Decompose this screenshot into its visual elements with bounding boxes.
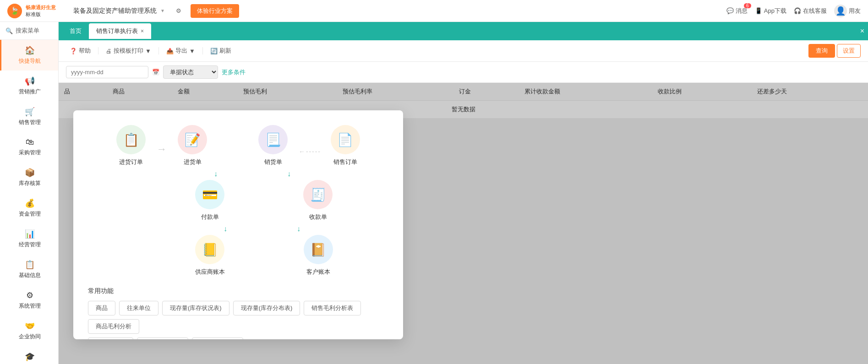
sidebar-item-label: 库存核算 [19, 179, 41, 187]
main-content: 品 商品 金额 预估毛利 预估毛利率 订金 累计收款金额 收款比例 还差多少天 [59, 83, 868, 364]
func-btn-stock-status[interactable]: 现存量(库存状况表) [162, 301, 229, 315]
content-area: 首页 销售订单执行表 × × ❓ 帮助 🖨 按模板打印 ▼ [59, 22, 868, 364]
func-buttons-row2: 销售排行榜 收款情况统计 付款情况统计 [88, 337, 388, 339]
date-input[interactable] [66, 66, 148, 78]
message-button[interactable]: 💬 消息 6 [726, 7, 748, 15]
flow-middle-row: 💳 付款单 🧾 收款单 [88, 180, 388, 221]
common-functions: 常用功能 商品 往来单位 现存量(库存状况表) 现存量(库存分布表) 销售毛利分… [88, 287, 388, 339]
tab-bar-close-icon[interactable]: × [860, 27, 864, 35]
arrow-down-sales: ↓ [274, 170, 304, 178]
tab-bar: 首页 销售订单执行表 × × [59, 22, 868, 40]
arrow-down-receipt: ↓ [284, 225, 313, 233]
tab-active-label: 销售订单执行表 [96, 27, 138, 35]
sidebar-item-marketing[interactable]: 📢 营销推广 [0, 71, 58, 101]
func-buttons: 商品 往来单位 现存量(库存状况表) 现存量(库存分布表) 销售毛利分析表 商品… [88, 301, 388, 334]
app-wrapper: 🍃 畅康通好生意 标准版 装备及固定资产辅助管理系统 ▼ ⚙ 体验行业方案 💬 … [0, 0, 868, 364]
func-btn-sales-rank[interactable]: 销售排行榜 [88, 337, 133, 339]
sidebar-item-label: 基础信息 [19, 272, 41, 279]
online-service-button[interactable]: 🎧 在线客服 [794, 7, 827, 15]
export-icon: 📤 [166, 48, 174, 54]
flow-circle-sales-order: 📄 [331, 125, 360, 154]
settings-icon[interactable]: ⚙ [172, 5, 185, 17]
top-bar: 🍃 畅康通好生意 标准版 装备及固定资产辅助管理系统 ▼ ⚙ 体验行业方案 💬 … [0, 0, 868, 22]
sidebar-item-system[interactable]: ⚙ 系统管理 [0, 285, 58, 315]
sidebar-item-operation[interactable]: 📊 经营管理 [0, 223, 58, 254]
tab-home[interactable]: 首页 [62, 23, 89, 39]
arrow-down-payment: ↓ [211, 225, 240, 233]
func-btn-sales-profit[interactable]: 销售毛利分析表 [304, 301, 361, 315]
sales-icon: 🛒 [25, 107, 35, 117]
avatar: 👤 [834, 5, 847, 17]
sidebar-item-purchase[interactable]: 🛍 采购管理 [0, 132, 58, 162]
func-btn-payment-stats[interactable]: 付款情况统计 [192, 337, 243, 339]
sidebar-item-label: 采购管理 [19, 149, 41, 157]
search-icon: 🔍 [5, 27, 13, 34]
more-conditions-link[interactable]: 更多条件 [222, 68, 246, 76]
search-menu[interactable]: 🔍 搜索菜单 [0, 22, 58, 40]
modal-box: 📋 进货订单 → 📝 进货单 [73, 110, 403, 339]
refresh-button[interactable]: 🔄 刷新 [207, 45, 235, 57]
top-right: 💬 消息 6 📱 App下载 🎧 在线客服 👤 用友 [726, 5, 861, 17]
sidebar-item-finance[interactable]: 💰 资金管理 [0, 193, 58, 223]
flow-label-sales-order: 销售订单 [333, 158, 357, 166]
flow-arrows-down2: ↓ ↓ [88, 225, 388, 233]
logo-area: 🍃 畅康通好生意 标准版 [7, 4, 66, 18]
func-btn-goods-profit[interactable]: 商品毛利分析 [88, 319, 139, 334]
user-area[interactable]: 👤 用友 [834, 5, 861, 17]
query-button[interactable]: 查询 [808, 44, 835, 58]
logo-line2: 标准版 [26, 11, 56, 17]
logo-text: 畅康通好生意 标准版 [26, 4, 56, 17]
sidebar-item-inventory[interactable]: 📦 库存核算 [0, 162, 58, 193]
arrow-down-purchase: ↓ [201, 170, 230, 178]
app-download-button[interactable]: 📱 App下载 [755, 7, 786, 15]
flow-diagram: 📋 进货订单 → 📝 进货单 [88, 125, 388, 276]
sidebar-item-base-info[interactable]: 📋 基础信息 [0, 254, 58, 285]
home-icon: 🏠 [25, 45, 35, 55]
base-info-icon: 📋 [25, 260, 35, 270]
tab-sales-order[interactable]: 销售订单执行表 × [89, 23, 151, 39]
flow-bottom-row: 📒 供应商账本 📔 客户账本 [88, 235, 388, 276]
flow-node-sales-order: 📄 销售订单 [331, 125, 360, 166]
app-download-label: App下载 [764, 7, 786, 15]
tab-close-icon[interactable]: × [141, 28, 144, 34]
sidebar-item-enterprise[interactable]: 🤝 企业协同 [0, 315, 58, 346]
help-label: 帮助 [79, 47, 91, 55]
func-btn-goods[interactable]: 商品 [88, 301, 115, 315]
sidebar: 🔍 搜索菜单 🏠 快捷导航 📢 营销推广 🛒 销售管理 🛍 采购管理 📦 [0, 22, 59, 364]
operation-icon: 📊 [25, 229, 35, 239]
flow-label-receipt: 收款单 [309, 213, 327, 221]
purchase-icon: 🛍 [26, 137, 34, 147]
flow-label-sales-bill: 销货单 [264, 158, 282, 166]
flow-circle-payment: 💳 [195, 180, 224, 209]
flow-node-payment: 💳 付款单 [195, 180, 224, 221]
trial-button[interactable]: 体验行业方案 [191, 4, 239, 18]
sidebar-item-label: 企业协同 [19, 333, 41, 341]
modal-overlay[interactable]: 📋 进货订单 → 📝 进货单 [59, 83, 868, 364]
export-label: 导出 [175, 47, 187, 55]
func-btn-stock-dist[interactable]: 现存量(库存分布表) [233, 301, 300, 315]
flow-arrows-down: ↓ ↓ [88, 170, 388, 178]
sidebar-item-guide[interactable]: 🎓 新手引导 [0, 346, 58, 364]
help-button[interactable]: ❓ 帮助 [66, 45, 94, 57]
sidebar-item-label: 销售管理 [19, 119, 41, 126]
finance-icon: 💰 [25, 198, 35, 208]
flow-label-purchase-order: 进货订单 [119, 158, 143, 166]
func-btn-partner[interactable]: 往来单位 [119, 301, 158, 315]
export-button[interactable]: 📤 导出 ▼ [163, 45, 199, 57]
divider2 [158, 47, 159, 54]
sidebar-item-label: 快捷导航 [19, 57, 41, 65]
print-button[interactable]: 🖨 按模板打印 ▼ [102, 45, 155, 57]
dropdown-icon[interactable]: ▼ [160, 8, 165, 13]
flow-circle-receipt: 🧾 [303, 180, 333, 209]
sidebar-item-quick-nav[interactable]: 🏠 快捷导航 [0, 40, 58, 71]
system-icon: ⚙ [26, 290, 33, 300]
flow-label-customer-ledger: 客户账本 [306, 268, 330, 276]
func-btn-receipt-stats[interactable]: 收款情况统计 [137, 337, 188, 339]
sidebar-item-sales[interactable]: 🛒 销售管理 [0, 101, 58, 132]
flow-label-payment: 付款单 [201, 213, 219, 221]
set-button[interactable]: 设置 [837, 44, 861, 58]
calendar-icon[interactable]: 📅 [152, 69, 159, 76]
status-select[interactable]: 单据状态 [163, 65, 218, 79]
flow-circle-purchase-bill: 📝 [178, 125, 207, 154]
user-name: 用友 [849, 7, 861, 15]
